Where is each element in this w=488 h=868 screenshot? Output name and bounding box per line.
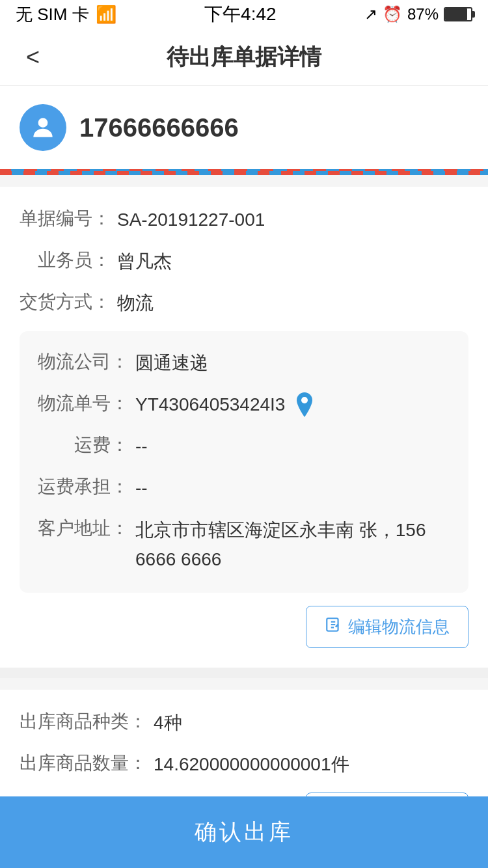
outbound-types-label: 出库商品种类： <box>20 709 147 734</box>
salesman-value: 曾凡杰 <box>111 248 468 275</box>
logistics-tracking-label: 物流单号： <box>38 391 129 416</box>
edit-logistics-label: 编辑物流信息 <box>348 616 450 638</box>
address-row: 客户地址： 北京市市辖区海淀区永丰南 张，156 6666 6666 <box>38 516 450 575</box>
outbound-quantity-row: 出库商品数量： 14.620000000000001件 <box>20 751 468 778</box>
document-number-row: 单据编号： SA-20191227-001 <box>20 206 468 234</box>
battery-text: 87% <box>407 5 439 23</box>
edit-logistics-button-area: 编辑物流信息 <box>20 606 468 648</box>
delivery-row: 交货方式： 物流 <box>20 290 468 317</box>
logistics-company-row: 物流公司： 圆通速递 <box>38 349 450 377</box>
carrier-text: 无 SIM 卡 <box>16 3 89 26</box>
svg-point-0 <box>38 118 48 128</box>
location-icon: ↗ <box>364 5 377 23</box>
confirm-label: 确认出库 <box>195 817 293 847</box>
battery-icon <box>444 7 472 21</box>
document-number-label: 单据编号： <box>20 206 111 231</box>
freight-row: 运费： -- <box>38 433 450 460</box>
logistics-tracking-row: 物流单号： YT43064053424I3 <box>38 391 450 418</box>
outbound-types-value: 4种 <box>147 709 468 737</box>
alarm-icon: ⏰ <box>383 5 402 23</box>
edit-logistics-button[interactable]: 编辑物流信息 <box>306 606 468 648</box>
delivery-value: 物流 <box>111 290 468 317</box>
freight-label: 运费： <box>38 433 129 457</box>
logistics-card: 物流公司： 圆通速递 物流单号： YT43064053424I3 运费： -- … <box>20 331 468 593</box>
status-time: 下午4:42 <box>204 2 277 27</box>
customer-phone: 17666666666 <box>79 113 239 142</box>
wifi-icon: 📶 <box>96 5 116 25</box>
outbound-quantity-value: 14.620000000000001件 <box>147 751 468 778</box>
address-value: 北京市市辖区海淀区永丰南 张，156 6666 6666 <box>129 516 450 575</box>
svg-point-1 <box>301 397 308 403</box>
logistics-tracking-value: YT43064053424I3 <box>129 391 450 418</box>
confirm-bar[interactable]: 确认出库 <box>0 796 488 868</box>
user-icon <box>29 113 57 142</box>
delivery-label: 交货方式： <box>20 290 111 314</box>
freight-bear-label: 运费承担： <box>38 474 129 499</box>
freight-bear-row: 运费承担： -- <box>38 474 450 502</box>
status-bar: 无 SIM 卡 📶 下午4:42 ↗ ⏰ 87% <box>0 0 488 29</box>
nav-bar: < 待出库单据详情 <box>0 29 488 86</box>
freight-bear-value: -- <box>129 474 450 502</box>
logistics-company-value: 圆通速递 <box>129 349 450 377</box>
outbound-types-row: 出库商品种类： 4种 <box>20 709 468 737</box>
logistics-company-label: 物流公司： <box>38 349 129 374</box>
customer-header: 17666666666 <box>0 86 488 171</box>
dashed-divider <box>0 171 488 175</box>
location-pin-icon[interactable] <box>294 392 315 417</box>
status-left: 无 SIM 卡 📶 <box>16 3 116 26</box>
gray-divider <box>0 668 488 678</box>
freight-value: -- <box>129 433 450 460</box>
back-button[interactable]: < <box>20 37 46 77</box>
status-right: ↗ ⏰ 87% <box>364 5 472 23</box>
salesman-label: 业务员： <box>20 248 111 273</box>
avatar <box>20 104 66 151</box>
page-title: 待出库单据详情 <box>167 42 321 72</box>
salesman-row: 业务员： 曾凡杰 <box>20 248 468 275</box>
edit-icon <box>325 616 342 638</box>
document-section: 单据编号： SA-20191227-001 业务员： 曾凡杰 交货方式： 物流 … <box>0 187 488 668</box>
outbound-quantity-label: 出库商品数量： <box>20 751 147 776</box>
address-label: 客户地址： <box>38 516 129 541</box>
document-number-value: SA-20191227-001 <box>111 206 468 234</box>
